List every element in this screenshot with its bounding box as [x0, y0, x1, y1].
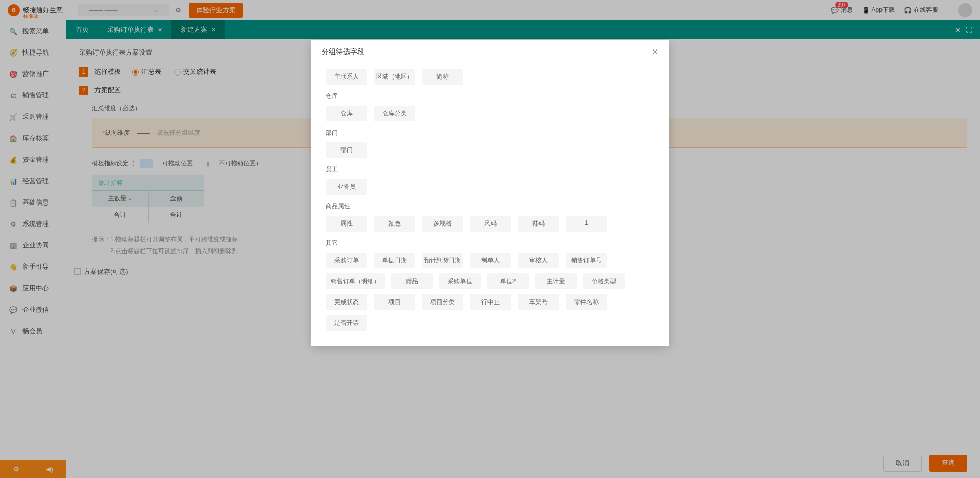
field-group-title: 商品属性	[326, 202, 654, 211]
modal-overlay[interactable]: 分组待选字段 ✕ 拣货积分税收分类编码仓库分类主联系人结算单位收付款条件分管人员…	[0, 0, 980, 478]
field-chip[interactable]: 鞋码	[518, 216, 559, 232]
modal-header: 分组待选字段 ✕	[311, 40, 669, 64]
field-chip[interactable]: 部门	[326, 142, 368, 158]
field-group: 部门部门	[326, 129, 654, 158]
field-chip[interactable]: 预计到货日期	[422, 253, 463, 268]
modal-hscroll[interactable]	[311, 341, 669, 346]
field-chip[interactable]: 价格类型	[583, 273, 625, 289]
field-chip[interactable]: 仓库分类	[374, 106, 415, 121]
field-chip[interactable]: 属性	[326, 216, 368, 232]
field-chip[interactable]: 尺码	[470, 216, 511, 232]
field-chip[interactable]: 颜色	[374, 216, 415, 232]
field-chip[interactable]: 销售订单（明细）	[326, 273, 385, 289]
field-chip[interactable]: 赠品	[391, 273, 433, 289]
field-group-title: 仓库	[326, 92, 654, 100]
modal-body: 拣货积分税收分类编码仓库分类主联系人结算单位收付款条件分管人员往来单位分类分管部…	[311, 64, 669, 341]
field-group-title: 员工	[326, 165, 654, 174]
field-chip[interactable]: 完成状态	[326, 294, 368, 310]
field-chip[interactable]: 制单人	[470, 253, 511, 268]
field-chip[interactable]: 零件名称	[566, 294, 607, 310]
field-chip[interactable]: 行中止	[470, 294, 511, 310]
field-group: 仓库仓库仓库分类	[326, 92, 654, 121]
field-chip[interactable]: 单据日期	[374, 253, 415, 268]
field-group-title: 部门	[326, 129, 654, 137]
modal-title: 分组待选字段	[322, 47, 364, 57]
group-field-modal: 分组待选字段 ✕ 拣货积分税收分类编码仓库分类主联系人结算单位收付款条件分管人员…	[311, 40, 669, 346]
field-chip[interactable]: 采购单位	[439, 273, 481, 289]
field-chip[interactable]: 业务员	[326, 179, 368, 195]
field-chip[interactable]: 主联系人	[326, 69, 368, 85]
field-group: 商品属性属性颜色多规格尺码鞋码1	[326, 202, 654, 232]
field-chip[interactable]: 车架号	[518, 294, 559, 310]
field-chip[interactable]: 仓库	[326, 106, 368, 121]
field-chip[interactable]: 单位2	[487, 273, 529, 289]
field-group: 往来单位供应商供应商分类分管部门分管人员付款条件地区主联系人区域（地区）简称	[326, 64, 654, 85]
field-group: 员工业务员	[326, 165, 654, 195]
field-chip[interactable]: 审核人	[518, 253, 559, 268]
field-chip[interactable]: 是否开票	[326, 315, 368, 331]
close-icon[interactable]: ✕	[652, 47, 658, 57]
field-chip[interactable]: 简称	[422, 69, 463, 85]
field-chip[interactable]: 区域（地区）	[374, 69, 415, 85]
field-chip[interactable]: 销售订单号	[566, 253, 607, 268]
field-chip[interactable]: 主计量	[535, 273, 577, 289]
field-chip[interactable]: 项目分类	[422, 294, 463, 310]
field-group: 其它采购订单单据日期预计到货日期制单人审核人销售订单号销售订单（明细）赠品采购单…	[326, 239, 654, 331]
field-chip[interactable]: 1	[566, 216, 607, 232]
field-chip[interactable]: 采购订单	[326, 253, 368, 268]
field-chip[interactable]: 项目	[374, 294, 415, 310]
field-chip[interactable]: 多规格	[422, 216, 463, 232]
field-group-title: 其它	[326, 239, 654, 247]
